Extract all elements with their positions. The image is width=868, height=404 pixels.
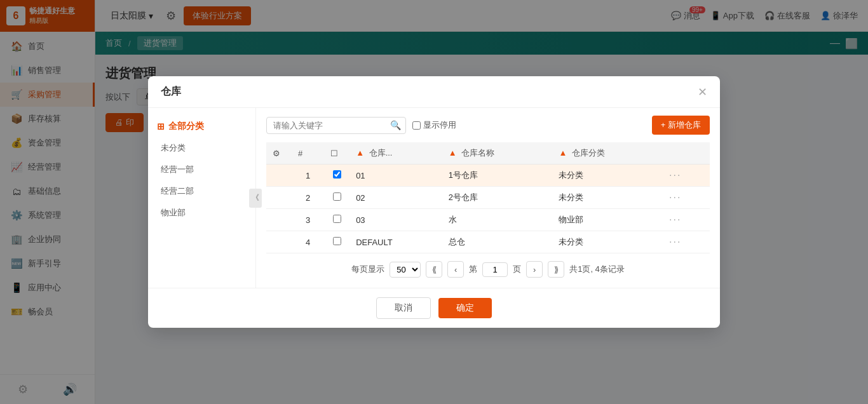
th-warehouse-name: ▲ 仓库名称 — [442, 142, 553, 165]
category-item-dept1[interactable]: 经营一部 — [148, 159, 255, 180]
prev-page-button[interactable]: ‹ — [447, 261, 464, 278]
td-code: DEFAULT — [349, 231, 442, 253]
row-action-dots[interactable]: ··· — [669, 192, 681, 203]
category-all-label[interactable]: 全部分类 — [168, 121, 204, 132]
td-category: 未分类 — [552, 231, 663, 253]
td-settings — [266, 209, 292, 231]
th-settings[interactable]: ⚙ — [266, 142, 292, 165]
row-action-dots[interactable]: ··· — [669, 214, 681, 225]
total-info: 共1页, 4条记录 — [569, 264, 625, 275]
warehouse-table: ⚙ # ☐ ▲ 仓库... ▲ 仓库名称 — [266, 142, 710, 253]
sort-icon-name: ▲ — [449, 148, 457, 158]
content-panel: 🔍 显示停用 + 新增仓库 ⚙ # — [256, 108, 720, 288]
td-code: 02 — [349, 187, 442, 209]
collapse-button[interactable]: 《 — [249, 189, 262, 208]
modal-overlay: 仓库 ✕ ⊞ 全部分类 《 未分类 经营一部 经营二部 物业部 — [0, 0, 868, 404]
modal-close-button[interactable]: ✕ — [698, 86, 707, 98]
search-input[interactable] — [266, 117, 406, 134]
td-actions[interactable]: ··· — [663, 187, 710, 209]
td-category: 未分类 — [552, 165, 663, 187]
show-disabled-label: 显示停用 — [423, 119, 456, 131]
pagination: 每页显示 50 ⟪ ‹ 第 页 › ⟫ 共1页, 4条记录 — [266, 253, 710, 280]
content-toolbar: 🔍 显示停用 + 新增仓库 — [266, 116, 710, 135]
search-icon[interactable]: 🔍 — [390, 120, 401, 130]
search-input-wrap: 🔍 — [266, 117, 406, 134]
modal-header: 仓库 ✕ — [148, 76, 720, 108]
td-actions[interactable]: ··· — [663, 209, 710, 231]
th-num: # — [292, 142, 324, 165]
category-header: ⊞ 全部分类 — [148, 116, 255, 137]
sort-icon-cat: ▲ — [559, 148, 567, 158]
category-item-unclassified[interactable]: 未分类 — [148, 137, 255, 159]
modal-body: ⊞ 全部分类 《 未分类 经营一部 经营二部 物业部 🔍 — [148, 108, 720, 288]
modal-title: 仓库 — [161, 85, 181, 98]
td-num: 4 — [292, 231, 324, 253]
show-disabled-wrap: 显示停用 — [412, 119, 456, 131]
table-row[interactable]: 2 02 2号仓库 未分类 ··· — [266, 187, 710, 209]
table-row[interactable]: 3 03 水 物业部 ··· — [266, 209, 710, 231]
warehouse-modal: 仓库 ✕ ⊞ 全部分类 《 未分类 经营一部 经营二部 物业部 — [148, 76, 720, 328]
th-warehouse-category: ▲ 仓库分类 — [552, 142, 663, 165]
th-checkbox[interactable]: ☐ — [324, 142, 349, 165]
td-actions[interactable]: ··· — [663, 231, 710, 253]
confirm-button[interactable]: 确定 — [438, 298, 492, 318]
add-warehouse-button[interactable]: + 新增仓库 — [652, 116, 710, 135]
category-item-dept2[interactable]: 经营二部 — [148, 180, 255, 202]
last-page-button[interactable]: ⟫ — [548, 261, 564, 278]
td-num: 1 — [292, 165, 324, 187]
td-num: 3 — [292, 209, 324, 231]
sort-icon-code: ▲ — [356, 148, 364, 158]
cancel-button[interactable]: 取消 — [376, 297, 431, 319]
category-panel: ⊞ 全部分类 《 未分类 经营一部 经营二部 物业部 — [148, 108, 256, 288]
td-num: 2 — [292, 187, 324, 209]
td-checkbox[interactable] — [324, 231, 349, 253]
next-page-button[interactable]: › — [526, 261, 543, 278]
td-name: 水 — [442, 209, 553, 231]
category-item-property[interactable]: 物业部 — [148, 202, 255, 224]
td-name: 1号仓库 — [442, 165, 553, 187]
page-input[interactable] — [482, 262, 508, 277]
td-checkbox[interactable] — [324, 187, 349, 209]
page-unit: 页 — [513, 264, 521, 275]
per-page-label: 每页显示 — [351, 264, 384, 275]
per-page-select[interactable]: 50 — [390, 262, 421, 278]
table-row[interactable]: 4 DEFAULT 总仓 未分类 ··· — [266, 231, 710, 253]
td-checkbox[interactable] — [324, 165, 349, 187]
td-settings — [266, 187, 292, 209]
td-code: 03 — [349, 209, 442, 231]
td-category: 物业部 — [552, 209, 663, 231]
td-actions[interactable]: ··· — [663, 165, 710, 187]
grid-icon: ⊞ — [157, 121, 165, 131]
td-checkbox[interactable] — [324, 209, 349, 231]
td-category: 未分类 — [552, 187, 663, 209]
row-action-dots[interactable]: ··· — [669, 236, 681, 247]
td-settings — [266, 231, 292, 253]
td-name: 总仓 — [442, 231, 553, 253]
table-row[interactable]: 1 01 1号仓库 未分类 ··· — [266, 165, 710, 187]
th-actions — [663, 142, 710, 165]
td-name: 2号仓库 — [442, 187, 553, 209]
page-label: 第 — [469, 264, 477, 275]
td-settings — [266, 165, 292, 187]
row-action-dots[interactable]: ··· — [669, 170, 681, 180]
first-page-button[interactable]: ⟪ — [426, 261, 442, 278]
show-disabled-checkbox[interactable] — [412, 121, 421, 130]
td-code: 01 — [349, 165, 442, 187]
th-warehouse-code: ▲ 仓库... — [349, 142, 442, 165]
modal-footer: 取消 确定 — [148, 288, 720, 328]
